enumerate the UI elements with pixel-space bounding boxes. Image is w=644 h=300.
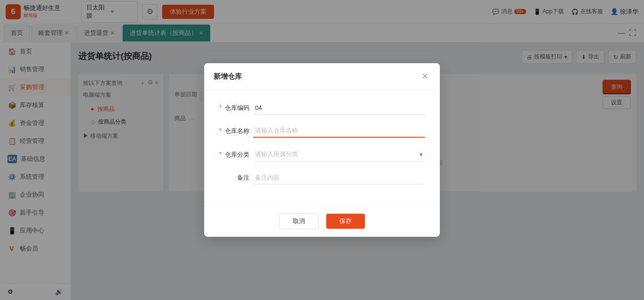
name-label: 仓库名称: [219, 127, 253, 135]
name-field-row: 仓库名称: [219, 124, 425, 138]
code-input[interactable]: [253, 101, 425, 115]
modal-header: 新增仓库 ✕: [204, 63, 440, 90]
note-label: 备注: [219, 174, 253, 182]
modal-body: 仓库编码 仓库名称 仓库分类 请输入所属分类 ▾ 备注: [204, 90, 440, 205]
chevron-down-icon: ▾: [420, 151, 423, 158]
note-field-row: 备注: [219, 171, 425, 184]
close-icon[interactable]: ✕: [419, 71, 430, 82]
code-field-row: 仓库编码: [219, 101, 425, 115]
modal-title: 新增仓库: [214, 72, 242, 81]
code-label: 仓库编码: [219, 104, 253, 112]
name-input[interactable]: [253, 124, 425, 138]
add-warehouse-modal: 新增仓库 ✕ 仓库编码 仓库名称 仓库分类 请输入所属分类 ▾: [204, 63, 440, 237]
modal-overlay: 新增仓库 ✕ 仓库编码 仓库名称 仓库分类 请输入所属分类 ▾: [0, 0, 644, 300]
cancel-button[interactable]: 取消: [279, 213, 319, 229]
category-field-row: 仓库分类 请输入所属分类 ▾: [219, 147, 425, 162]
category-select[interactable]: 请输入所属分类 ▾: [253, 147, 425, 162]
modal-footer: 取消 保存: [204, 205, 440, 237]
category-label: 仓库分类: [219, 150, 253, 159]
save-button[interactable]: 保存: [326, 214, 365, 229]
note-input[interactable]: [253, 171, 425, 184]
